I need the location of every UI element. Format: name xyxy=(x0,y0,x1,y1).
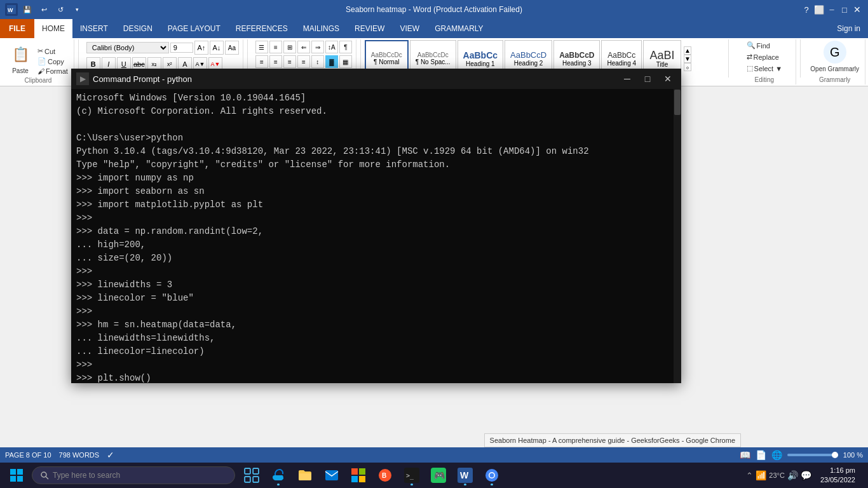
minimize-button[interactable]: ─ xyxy=(826,4,837,15)
align-left-button[interactable]: ≡ xyxy=(255,55,268,68)
increase-indent-button[interactable]: ⇒ xyxy=(311,41,324,53)
tab-mailings[interactable]: MAILINGS xyxy=(295,19,347,38)
chrome-button[interactable] xyxy=(479,463,505,488)
undo-qat-button[interactable]: ↩ xyxy=(37,3,51,17)
decrease-indent-button[interactable]: ⇐ xyxy=(297,41,310,53)
cmd-scrollbar-thumb[interactable] xyxy=(674,90,681,115)
increase-font-button[interactable]: A↑ xyxy=(194,41,208,55)
terminal-icon: >_ xyxy=(404,468,419,483)
ribbon-display-button[interactable]: ⬜ xyxy=(813,4,825,15)
store-button[interactable] xyxy=(346,463,371,488)
tab-file[interactable]: FILE xyxy=(0,19,34,38)
change-case-button[interactable]: Aa xyxy=(225,41,239,55)
format-painter-icon: 🖌 xyxy=(37,67,44,75)
brave-button[interactable]: B xyxy=(372,463,398,488)
styles-scroll-up-button[interactable]: ▲ xyxy=(684,46,691,55)
customize-qat-button[interactable]: ▾ xyxy=(70,3,84,17)
cmd-line-0: Microsoft Windows [Version 10.0.19044.16… xyxy=(76,92,676,105)
svg-line-7 xyxy=(46,477,48,479)
word-taskbar-button[interactable]: W xyxy=(452,463,478,488)
taskbar-time[interactable]: 1:16 pm 23/05/2022 xyxy=(815,466,860,485)
cmd-close-button[interactable]: ✕ xyxy=(660,72,676,86)
tab-insert[interactable]: INSERT xyxy=(72,19,116,38)
start-button[interactable] xyxy=(3,463,31,488)
network-icon[interactable]: 📶 xyxy=(756,470,766,480)
edge-button[interactable] xyxy=(266,463,291,488)
svg-rect-4 xyxy=(10,476,16,482)
styles-scroll-down-button[interactable]: ▼ xyxy=(684,55,691,63)
system-tray: ⌃ 📶 23°C 🔊 💬 xyxy=(742,470,815,480)
zoom-thumb[interactable] xyxy=(832,452,838,458)
cmd-maximize-button[interactable]: □ xyxy=(639,72,656,86)
zoom-level[interactable]: 100 % xyxy=(843,451,863,459)
replace-button[interactable]: ⇄ Replace xyxy=(745,52,785,62)
view-icon-read[interactable]: 📖 xyxy=(740,450,750,460)
cmd-line-2 xyxy=(76,118,676,132)
show-hidden-icons-button[interactable]: ⌃ xyxy=(746,471,753,480)
tab-page-layout[interactable]: PAGE LAYOUT xyxy=(160,19,228,38)
maximize-button[interactable]: □ xyxy=(839,4,850,15)
font-family-select[interactable]: Calibri (Body) xyxy=(86,42,169,53)
close-button[interactable]: ✕ xyxy=(851,4,863,15)
save-qat-button[interactable]: 💾 xyxy=(20,3,34,17)
multilevel-list-button[interactable]: ⊞ xyxy=(283,41,296,53)
green-app-button[interactable]: 🎮 xyxy=(426,463,451,488)
mail-button[interactable] xyxy=(319,463,344,488)
view-icon-web[interactable]: 🌐 xyxy=(771,450,782,460)
task-view-button[interactable] xyxy=(239,463,264,488)
styles-more-button[interactable]: ⬦ xyxy=(684,63,691,71)
cmd-minimize-button[interactable]: ─ xyxy=(619,72,635,86)
editing-controls: 🔍 Find ⇄ Replace ⬚ Select ▼ xyxy=(745,41,785,75)
taskbar-search[interactable]: Type here to search xyxy=(32,466,235,484)
taskbar-search-placeholder: Type here to search xyxy=(53,471,120,480)
windows-logo-icon xyxy=(10,468,24,482)
view-icon-print[interactable]: 📄 xyxy=(756,450,766,460)
svg-rect-8 xyxy=(245,468,250,474)
align-center-button[interactable]: ≡ xyxy=(269,55,282,68)
help-button[interactable]: ? xyxy=(801,4,812,15)
grammarly-icon-button[interactable]: G xyxy=(824,41,846,64)
tab-home[interactable]: HOME xyxy=(34,19,72,38)
borders-button[interactable]: ▦ xyxy=(339,55,352,68)
tab-design[interactable]: DESIGN xyxy=(116,19,160,38)
signin-button[interactable]: Sign in xyxy=(829,24,868,33)
open-grammarly-button[interactable]: Open Grammarly xyxy=(808,65,861,73)
find-button[interactable]: 🔍 Find xyxy=(745,41,785,50)
clipboard-group: 📋 Paste ✂ Cut 📄 Copy 🖌 Format xyxy=(3,39,74,85)
tab-grammarly[interactable]: GRAMMARLY xyxy=(427,19,491,38)
cmd-body[interactable]: Microsoft Windows [Version 10.0.19044.16… xyxy=(71,89,681,383)
numbering-button[interactable]: ≡ xyxy=(269,41,282,53)
spell-check-icon[interactable]: ✓ xyxy=(107,450,114,460)
tab-view[interactable]: VIEW xyxy=(392,19,427,38)
paste-button[interactable]: 📋 Paste xyxy=(6,41,34,76)
copy-button[interactable]: 📄 Copy xyxy=(36,57,70,66)
justify-button[interactable]: ≡ xyxy=(297,55,310,68)
line-spacing-button[interactable]: ↕ xyxy=(311,55,324,68)
date-display: 23/05/2022 xyxy=(820,475,855,485)
shading-button[interactable]: ▓ xyxy=(325,55,338,68)
show-desktop-button[interactable] xyxy=(860,463,865,488)
svg-text:W: W xyxy=(8,7,13,13)
zoom-slider[interactable] xyxy=(787,454,838,456)
terminal-button[interactable]: >_ xyxy=(399,463,424,488)
align-right-button[interactable]: ≡ xyxy=(283,55,296,68)
cmd-line-16: >>> xyxy=(76,305,676,318)
decrease-font-button[interactable]: A↓ xyxy=(210,41,224,55)
font-size-input[interactable] xyxy=(170,43,193,53)
bullets-button[interactable]: ☰ xyxy=(255,41,268,53)
cut-button[interactable]: ✂ Cut xyxy=(36,46,70,56)
volume-icon[interactable]: 🔊 xyxy=(787,470,798,480)
file-explorer-button[interactable] xyxy=(292,463,318,488)
show-hide-button[interactable]: ¶ xyxy=(339,41,352,53)
tab-review[interactable]: REVIEW xyxy=(347,19,392,38)
tab-references[interactable]: REFERENCES xyxy=(228,19,295,38)
select-button[interactable]: ⬚ Select ▼ xyxy=(745,64,785,73)
action-center-icon[interactable]: 💬 xyxy=(801,470,811,480)
sort-button[interactable]: ↕A xyxy=(325,41,338,53)
grammarly-controls: G Open Grammarly xyxy=(808,41,861,75)
page-count: PAGE 8 OF 10 xyxy=(5,451,51,459)
editing-group: 🔍 Find ⇄ Replace ⬚ Select ▼ Editing xyxy=(733,39,796,85)
format-painter-button[interactable]: 🖌 Format xyxy=(36,67,70,76)
cmd-scrollbar[interactable] xyxy=(674,89,681,383)
redo-qat-button[interactable]: ↺ xyxy=(53,3,67,17)
